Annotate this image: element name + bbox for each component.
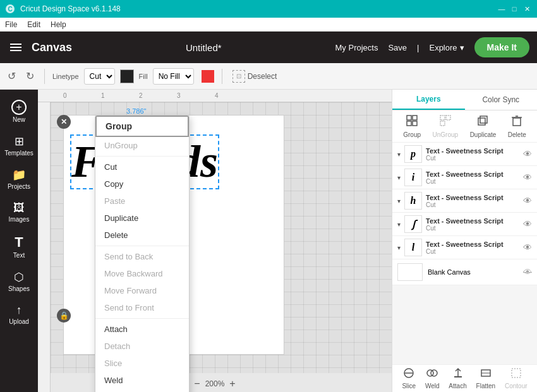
layer-visibility-icon[interactable]: 👁 (523, 242, 532, 252)
layer-visibility-icon[interactable]: 👁 (523, 219, 532, 229)
list-item[interactable]: ▾ l Text - Sweetness Script Cut 👁 (392, 236, 537, 259)
context-group-button[interactable]: Group (95, 116, 189, 137)
menu-edit[interactable]: Edit (27, 20, 40, 29)
linetype-label: Linetype (52, 73, 79, 80)
context-duplicate-button[interactable]: Duplicate (95, 210, 189, 227)
linetype-select[interactable]: Cut (84, 68, 115, 85)
panel-duplicate-button[interactable]: Duplicate (470, 114, 497, 138)
hamburger-button[interactable] (8, 41, 24, 54)
context-paste-button[interactable]: Paste (95, 193, 189, 210)
menu-file[interactable]: File (5, 20, 17, 29)
ungroup-icon (439, 114, 452, 130)
deselect-button[interactable]: ⊡ Deselect (232, 70, 277, 83)
explore-button[interactable]: Explore ▾ (429, 43, 464, 52)
ruler-mark-3: 2 (139, 92, 143, 99)
context-send-to-back-button[interactable]: Send to Back (95, 248, 189, 265)
header-divider: | (417, 43, 419, 52)
attach-button[interactable]: Attach (449, 367, 466, 389)
sidebar-item-projects[interactable]: 📁 Projects (0, 163, 38, 195)
context-detach-button[interactable]: Detach (95, 338, 189, 355)
attach-label: Attach (449, 383, 466, 389)
blank-canvas-visibility-icon[interactable]: 👁 (523, 267, 532, 277)
panel-group-button[interactable]: Group (403, 114, 421, 138)
redo-button[interactable]: ↻ (23, 68, 37, 85)
hamburger-line-1 (10, 44, 21, 45)
svg-rect-7 (446, 116, 450, 120)
sidebar-item-upload[interactable]: ↑ Upload (0, 299, 38, 330)
menu-help[interactable]: Help (51, 20, 66, 29)
fill-color-swatch[interactable] (120, 69, 134, 83)
context-cut-button[interactable]: Cut (95, 158, 189, 175)
context-divider-2 (95, 246, 189, 246)
layer-thumbnail: ʃ (404, 215, 422, 233)
svg-text:C: C (8, 6, 12, 13)
slice-button[interactable]: Slice (402, 367, 416, 389)
zoom-out-button[interactable]: − (194, 378, 200, 389)
project-title[interactable]: Untitled* (186, 42, 222, 53)
svg-point-17 (431, 370, 437, 376)
layer-visibility-icon[interactable]: 👁 (523, 196, 532, 206)
contour-button[interactable]: Contour (505, 367, 528, 389)
toolbar-separator (44, 69, 45, 84)
sidebar-item-new[interactable]: + New (0, 95, 38, 128)
color-picker-button[interactable] (202, 70, 214, 83)
sidebar-label-upload: Upload (9, 318, 29, 325)
list-item[interactable]: ▾ p Text - Sweetness Script Cut 👁 (392, 143, 537, 166)
tab-color-sync[interactable]: Color Sync (465, 90, 538, 110)
undo-button[interactable]: ↺ (5, 68, 18, 85)
list-item[interactable]: ▾ i Text - Sweetness Script Cut 👁 (392, 166, 537, 189)
new-icon: + (11, 100, 27, 115)
canvas-close-button[interactable]: ✕ (57, 115, 71, 129)
duplicate-icon (476, 114, 489, 130)
context-ungroup-button[interactable]: UnGroup (95, 137, 189, 154)
fill-select[interactable]: No Fill (153, 68, 194, 85)
right-panel-tabs: Layers Color Sync (392, 90, 537, 110)
layer-chevron-icon: ▾ (397, 198, 401, 205)
sidebar-item-images[interactable]: 🖼 Images (0, 196, 38, 228)
images-icon: 🖼 (13, 201, 25, 215)
save-button[interactable]: Save (388, 43, 407, 52)
context-move-forward-button[interactable]: Move Forward (95, 282, 189, 299)
list-item[interactable]: ▾ ʃ Text - Sweetness Script Cut 👁 (392, 213, 537, 236)
weld-icon (426, 367, 438, 381)
layer-visibility-icon[interactable]: 👁 (523, 172, 532, 182)
list-item[interactable]: ▾ h Text - Sweetness Script Cut 👁 (392, 189, 537, 213)
ruler-mark-4: 3 (177, 92, 181, 99)
blank-canvas-item[interactable]: Blank Canvas 👁 (392, 259, 537, 285)
tab-layers[interactable]: Layers (392, 90, 465, 110)
sidebar-item-shapes[interactable]: ⬡ Shapes (0, 265, 38, 297)
maximize-button[interactable]: □ (509, 4, 519, 14)
canvas-lock-button[interactable]: 🔒 (57, 309, 71, 323)
layer-visibility-icon[interactable]: 👁 (523, 149, 532, 159)
contour-icon (510, 367, 522, 381)
sidebar-item-templates[interactable]: ⊞ Templates (0, 129, 38, 162)
context-attach-button[interactable]: Attach (95, 321, 189, 338)
flatten-button[interactable]: Flatten (476, 367, 496, 389)
ruler-mark-1: 0 (63, 92, 67, 99)
make-it-button[interactable]: Make It (474, 37, 529, 57)
slice-icon (403, 367, 414, 381)
slice-label: Slice (402, 383, 416, 389)
panel-ungroup-button[interactable]: UnGroup (433, 114, 459, 138)
titlebar: C Cricut Design Space v6.1.148 — □ ✕ (0, 0, 537, 18)
context-delete-button[interactable]: Delete (95, 227, 189, 244)
panel-delete-button[interactable]: Delete (508, 114, 526, 138)
layer-chevron-icon: ▾ (397, 174, 401, 181)
main-area: + New ⊞ Templates 📁 Projects 🖼 Images T … (0, 90, 537, 392)
my-projects-link[interactable]: My Projects (335, 43, 378, 52)
close-button[interactable]: ✕ (522, 4, 532, 14)
layer-name: Text - Sweetness Script (426, 241, 519, 248)
layer-name: Text - Sweetness Script (426, 147, 519, 155)
svg-rect-21 (512, 369, 521, 377)
sidebar-item-text[interactable]: T Text (0, 229, 38, 264)
context-weld-button[interactable]: Weld (95, 372, 189, 389)
context-move-backward-button[interactable]: Move Backward (95, 265, 189, 282)
minimize-button[interactable]: — (497, 4, 507, 14)
weld-button[interactable]: Weld (425, 367, 440, 389)
context-flatten-button[interactable]: Flatten (95, 389, 189, 392)
context-send-to-front-button[interactable]: Send to Front (95, 299, 189, 316)
context-copy-button[interactable]: Copy (95, 175, 189, 193)
zoom-in-button[interactable]: + (229, 378, 235, 389)
layer-info: Text - Sweetness Script Cut (426, 217, 519, 232)
context-slice-button[interactable]: Slice (95, 355, 189, 372)
